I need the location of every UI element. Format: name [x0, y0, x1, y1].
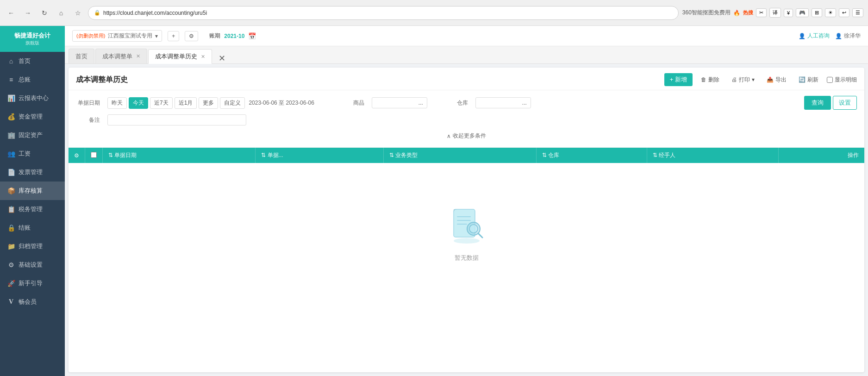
sidebar-item-settings[interactable]: ⚙ 基础设置	[0, 256, 65, 274]
sidebar-item-fixed-assets[interactable]: 🏢 固定资产	[0, 126, 65, 144]
date-btn-7days[interactable]: 近7天	[150, 97, 173, 109]
sidebar-item-general-ledger[interactable]: ≡ 总账	[0, 70, 65, 89]
company-settings-button[interactable]: ⚙	[185, 31, 198, 41]
hot-search-label: 热搜	[743, 9, 753, 16]
col-date[interactable]: ⇅ 单据日期	[103, 148, 256, 163]
delete-button[interactable]: 🗑 删除	[697, 74, 723, 86]
sidebar-item-close-books[interactable]: 🔒 结账	[0, 219, 65, 237]
user-menu[interactable]: 👤 徐泽华	[835, 32, 861, 40]
print-button[interactable]: 🖨 打印 ▾	[728, 74, 758, 86]
warehouse-filter-label: 仓库	[444, 99, 468, 107]
sidebar-item-invoice[interactable]: 📄 发票管理	[0, 163, 65, 182]
date-btn-custom[interactable]: 自定义	[220, 97, 245, 109]
delete-icon: 🗑	[701, 76, 706, 83]
period-label: 账期	[209, 32, 220, 40]
close-books-icon: 🔒	[7, 224, 15, 232]
service-button[interactable]: 👤 人工咨询	[799, 32, 830, 40]
company-name: 江西服宝测试专用	[108, 32, 152, 40]
tab-home[interactable]: 首页	[69, 49, 94, 63]
col-handler[interactable]: ⇅ 经手人	[647, 148, 778, 163]
scissors-tool[interactable]: ✂	[756, 8, 767, 17]
close-all-tabs-button[interactable]: ✕	[215, 53, 229, 63]
export-button[interactable]: 📤 导出	[763, 74, 790, 86]
col-number[interactable]: ⇅ 单据...	[256, 148, 384, 163]
product-more-icon: ...	[418, 100, 423, 106]
collapse-button[interactable]: ∧ 收起更多条件	[441, 130, 492, 142]
col-biz-type-label: ⇅ 业务类型	[389, 152, 418, 158]
tab-cost-adjust[interactable]: 成本调整单 ✕	[95, 49, 147, 63]
translate-tool[interactable]: 译	[769, 8, 781, 18]
display-detail-checkbox[interactable]	[827, 77, 833, 83]
data-table: ⚙ ⇅ 单据日期 ⇅ 单据...	[69, 148, 864, 163]
product-select[interactable]: ...	[372, 97, 427, 108]
col-checkbox[interactable]	[85, 148, 103, 163]
sidebar-item-inventory[interactable]: 📦 库存核算	[0, 182, 65, 200]
service-label: 人工咨询	[807, 32, 830, 40]
col-biz-type[interactable]: ⇅ 业务类型	[383, 148, 536, 163]
guide-icon: 🚀	[7, 280, 15, 287]
search-label: 360智能抠图免费用	[682, 9, 731, 17]
sidebar-logo: 畅捷通好会计 旗舰版	[0, 26, 65, 52]
theme-tool[interactable]: ☀	[825, 8, 836, 17]
sidebar-item-reports[interactable]: 📊 云报表中心	[0, 89, 65, 107]
sidebar-item-archive-label: 归档管理	[19, 242, 43, 251]
date-btn-more[interactable]: 更多	[199, 97, 218, 109]
add-company-button[interactable]: +	[168, 31, 179, 41]
content-area: 成本调整单历史 + 新增 🗑 删除 🖨 打印 ▾ �	[65, 64, 868, 376]
sidebar-item-payroll[interactable]: 👥 工资	[0, 144, 65, 163]
tab-cost-adjust-label: 成本调整单	[102, 52, 132, 61]
refresh-button[interactable]: 🔄 刷新	[795, 74, 822, 86]
settings-filter-button[interactable]: 设置	[833, 96, 857, 110]
date-btn-yesterday[interactable]: 昨天	[107, 97, 127, 109]
col-warehouse[interactable]: ⇅ 仓库	[537, 148, 647, 163]
query-button[interactable]: 查询	[804, 96, 831, 110]
grid-tool[interactable]: ⊞	[812, 8, 822, 17]
date-btn-today[interactable]: 今天	[129, 97, 148, 109]
tab-cost-adjust-history[interactable]: 成本调整单历史 ✕	[148, 49, 212, 64]
menu-tool[interactable]: ☰	[852, 8, 863, 17]
back-button[interactable]: ←	[5, 6, 18, 19]
sidebar-item-guide[interactable]: 🚀 新手引导	[0, 274, 65, 293]
tab-cost-adjust-close[interactable]: ✕	[136, 53, 140, 59]
calendar-icon[interactable]: 📅	[248, 32, 256, 40]
refresh-label: 刷新	[807, 76, 818, 84]
col-action-label: 操作	[848, 152, 859, 158]
svg-line-7	[478, 233, 482, 238]
undo-tool[interactable]: ↩	[839, 8, 849, 17]
export-icon: 📤	[767, 76, 774, 83]
wallet-tool[interactable]: ¥	[784, 9, 793, 17]
game-tool[interactable]: 🎮	[796, 8, 809, 17]
warehouse-select[interactable]: ...	[475, 97, 531, 108]
filter-row-remark: 备注	[76, 114, 857, 125]
user-avatar-icon: 👤	[835, 33, 842, 39]
inventory-icon: 📦	[7, 187, 15, 194]
table-container: ⚙ ⇅ 单据日期 ⇅ 单据...	[69, 148, 864, 163]
period-value: 2021-10	[224, 33, 244, 39]
member-icon: V	[7, 298, 15, 306]
col-settings[interactable]: ⚙	[69, 148, 85, 163]
sidebar-item-home-label: 首页	[19, 57, 31, 65]
delete-label: 删除	[708, 76, 719, 84]
forward-button[interactable]: →	[21, 6, 34, 19]
sidebar-item-funds[interactable]: 💰 资金管理	[0, 107, 65, 126]
sidebar-item-tax-label: 税务管理	[19, 205, 43, 213]
sidebar-item-archive[interactable]: 📁 归档管理	[0, 237, 65, 256]
home-icon: ⌂	[7, 57, 15, 65]
display-detail-check[interactable]: 显示明细	[827, 76, 857, 84]
select-all-checkbox[interactable]	[91, 152, 97, 158]
remark-input[interactable]	[107, 114, 246, 125]
date-btn-1month[interactable]: 近1月	[175, 97, 197, 109]
payroll-icon: 👥	[7, 150, 15, 157]
home-button[interactable]: ⌂	[55, 6, 68, 19]
company-selector[interactable]: (勿删勿禁用) 江西服宝测试专用 ▾	[72, 30, 162, 42]
url-text: https://cloud.chanjet.com/accounting/uru…	[103, 10, 207, 16]
sidebar-item-member[interactable]: V 畅会员	[0, 293, 65, 311]
sidebar-item-home[interactable]: ⌂ 首页	[0, 52, 65, 70]
sidebar-item-tax[interactable]: 📋 税务管理	[0, 200, 65, 219]
refresh-button[interactable]: ↻	[38, 6, 51, 19]
main-sidebar: 畅捷通好会计 旗舰版 ⌂ 首页 ≡ 总账 📊 云报表中心 💰 资金管理 🏢	[0, 26, 65, 376]
tab-cost-adjust-history-close[interactable]: ✕	[201, 54, 205, 60]
new-button[interactable]: + 新增	[664, 73, 693, 86]
address-bar[interactable]: 🔒 https://cloud.chanjet.com/accounting/u…	[88, 6, 679, 20]
star-button[interactable]: ☆	[71, 6, 84, 19]
